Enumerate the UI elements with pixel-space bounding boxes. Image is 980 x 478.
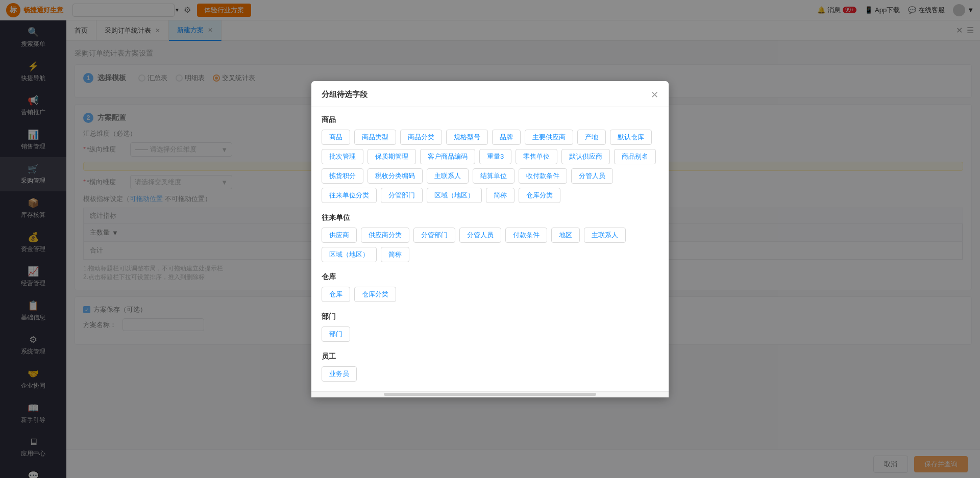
field-chip-product-alias[interactable]: 商品别名	[614, 149, 656, 164]
field-chip-weight[interactable]: 重量3	[479, 149, 511, 164]
field-chip-supplier[interactable]: 供应商	[322, 228, 357, 243]
field-chip-warehouse-cat[interactable]: 仓库分类	[354, 287, 396, 302]
product-group-title: 商品	[322, 115, 658, 124]
modal-hscrollbar[interactable]	[311, 391, 669, 397]
field-chip-payment-cp[interactable]: 付款条件	[505, 228, 547, 243]
field-chip-origin[interactable]: 产地	[577, 130, 606, 145]
field-chip-brand[interactable]: 品牌	[492, 130, 521, 145]
field-chip-retail-unit[interactable]: 零售单位	[516, 149, 557, 164]
field-chip-main-contact[interactable]: 主联系人	[427, 168, 469, 184]
field-chip-expiry-mgmt[interactable]: 保质期管理	[368, 149, 416, 164]
modal-body: 商品 商品 商品类型 商品分类 规格型号 品牌 主要供应商 产地 默认仓库 批次…	[311, 107, 669, 392]
field-chip-area-cp[interactable]: 区域（地区）	[322, 247, 377, 262]
field-chip-default-supplier[interactable]: 默认供应商	[561, 149, 610, 164]
employee-chips: 业务员	[322, 366, 658, 382]
field-chip-pick-points[interactable]: 拣货积分	[322, 168, 363, 184]
modal-header: 分组待选字段 ✕	[311, 81, 669, 107]
field-chip-salesperson[interactable]: 业务员	[322, 366, 357, 382]
field-select-modal: 分组待选字段 ✕ 商品 商品 商品类型 商品分类 规格型号 品牌 主要供应商 产…	[311, 81, 669, 397]
field-chip-product-category[interactable]: 商品分类	[400, 130, 442, 145]
warehouse-chips: 仓库 仓库分类	[322, 287, 658, 302]
field-chip-default-warehouse[interactable]: 默认仓库	[610, 130, 652, 145]
modal-close-button[interactable]: ✕	[651, 89, 658, 100]
field-chip-main-supplier[interactable]: 主要供应商	[525, 130, 573, 145]
counterparty-group-title: 往来单位	[322, 213, 658, 222]
field-chip-contact-cp[interactable]: 主联系人	[584, 228, 626, 243]
field-chip-customer-code[interactable]: 客户商品编码	[420, 149, 475, 164]
field-group-dept: 部门 部门	[322, 312, 658, 342]
dept-group-title: 部门	[322, 312, 658, 321]
modal-overlay: 分组待选字段 ✕ 商品 商品 商品类型 商品分类 规格型号 品牌 主要供应商 产…	[0, 0, 980, 478]
field-chip-dept[interactable]: 部门	[322, 326, 350, 342]
field-chip-short-name-product[interactable]: 简称	[486, 188, 514, 203]
field-chip-product[interactable]: 商品	[322, 130, 350, 145]
field-chip-batch-mgmt[interactable]: 批次管理	[322, 149, 363, 164]
product-chips: 商品 商品类型 商品分类 规格型号 品牌 主要供应商 产地 默认仓库 批次管理 …	[322, 130, 658, 203]
warehouse-group-title: 仓库	[322, 272, 658, 282]
modal-hscrollbar-thumb[interactable]	[384, 393, 596, 396]
field-chip-payment-terms[interactable]: 收付款条件	[519, 168, 567, 184]
field-chip-dept-managed[interactable]: 分管部门	[381, 188, 423, 203]
field-chip-biz-unit-category[interactable]: 往来单位分类	[322, 188, 377, 203]
field-chip-dept-cp[interactable]: 分管部门	[413, 228, 455, 243]
field-group-counterparty: 往来单位 供应商 供应商分类 分管部门 分管人员 付款条件 地区 主联系人 区域…	[322, 213, 658, 262]
field-chip-short-name-cp[interactable]: 简称	[381, 247, 409, 262]
field-chip-settlement-unit[interactable]: 结算单位	[473, 168, 514, 184]
modal-title: 分组待选字段	[322, 90, 368, 99]
field-chip-manager-cp[interactable]: 分管人员	[459, 228, 501, 243]
field-chip-tax-code[interactable]: 税收分类编码	[368, 168, 423, 184]
employee-group-title: 员工	[322, 352, 658, 361]
field-group-warehouse: 仓库 仓库 仓库分类	[322, 272, 658, 302]
field-chip-spec-model[interactable]: 规格型号	[446, 130, 488, 145]
field-chip-manager[interactable]: 分管人员	[571, 168, 613, 184]
field-chip-supplier-category[interactable]: 供应商分类	[361, 228, 409, 243]
counterparty-chips: 供应商 供应商分类 分管部门 分管人员 付款条件 地区 主联系人 区域（地区） …	[322, 228, 658, 262]
field-chip-product-type[interactable]: 商品类型	[354, 130, 396, 145]
field-group-product: 商品 商品 商品类型 商品分类 规格型号 品牌 主要供应商 产地 默认仓库 批次…	[322, 115, 658, 203]
field-chip-region-product[interactable]: 区域（地区）	[427, 188, 482, 203]
dept-chips: 部门	[322, 326, 658, 342]
field-chip-warehouse-category-product[interactable]: 仓库分类	[519, 188, 560, 203]
field-chip-warehouse[interactable]: 仓库	[322, 287, 350, 302]
field-group-employee: 员工 业务员	[322, 352, 658, 382]
field-chip-region-cp[interactable]: 地区	[551, 228, 580, 243]
